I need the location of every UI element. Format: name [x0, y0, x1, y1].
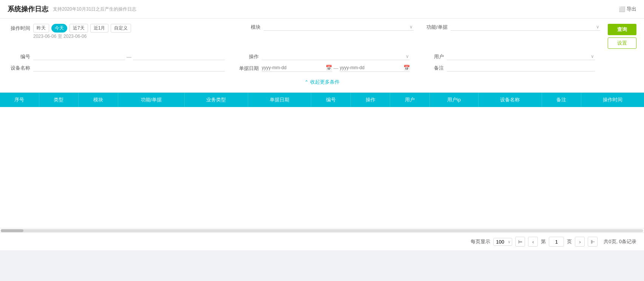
col-remarks: 备注 [542, 93, 581, 107]
table-header: 序号 类型 模块 功能/单据 业务类型 单据日期 编号 操作 用户 用户ip 设… [0, 93, 644, 107]
time-buttons-group: 昨天 今天 近7天 近1月 自定义 [33, 24, 131, 33]
page-label: 第 [541, 238, 546, 245]
horizontal-scrollbar[interactable] [0, 228, 644, 233]
operation-label: 操作 [236, 53, 259, 60]
user-select[interactable] [447, 53, 595, 59]
filter-item-number: 编号 — [8, 53, 225, 60]
col-device: 设备名称 [478, 93, 542, 107]
last-page-button[interactable]: ⊩ [588, 237, 598, 247]
prev-page-button[interactable]: ‹ [528, 237, 538, 247]
filter-item-module: 模块 ∨ [238, 24, 413, 31]
time-btn-today[interactable]: 今天 [51, 24, 67, 33]
filter-item-function: 功能/单据 ∨ [425, 24, 600, 31]
col-user: 用户 [390, 93, 429, 107]
per-page-select-wrap: 10 20 50 100 200 ∨ [493, 238, 512, 246]
page-header: 系统操作日志 支持2020年10月31日之后产生的操作日志 ⬜ 导出 [0, 0, 644, 19]
action-buttons: 查询 设置 [608, 24, 636, 49]
number-range-dash: — [127, 54, 131, 60]
col-op-time: 操作时间 [581, 93, 644, 107]
collapse-label: 收起更多条件 [310, 79, 340, 85]
function-select[interactable] [451, 24, 600, 29]
filter-item-remarks: 备注 [421, 65, 595, 71]
module-label: 模块 [238, 24, 261, 31]
filter-item-time: 操作时间 昨天 今天 近7天 近1月 自定义 2023-06-06 至 2023… [8, 24, 227, 40]
empty-area [0, 107, 644, 228]
per-page-select[interactable]: 10 20 50 100 200 [493, 238, 512, 246]
number-from-input[interactable] [33, 53, 125, 60]
filter-item-user: 用户 ∨ [421, 53, 595, 60]
per-page-label: 每页显示 [471, 238, 490, 245]
operation-select-wrap: ∨ [262, 53, 410, 60]
col-function: 功能/单据 [118, 93, 184, 107]
col-type: 类型 [39, 93, 78, 107]
col-module: 模块 [79, 93, 118, 107]
time-btn-7days[interactable]: 近7天 [69, 24, 88, 33]
time-btn-custom[interactable]: 自定义 [111, 24, 131, 33]
remarks-input[interactable] [447, 65, 595, 71]
query-button[interactable]: 查询 [608, 24, 636, 35]
voucher-date-from-input[interactable] [262, 65, 326, 70]
table-header-row: 序号 类型 模块 功能/单据 业务类型 单据日期 编号 操作 用户 用户ip 设… [0, 93, 644, 107]
voucher-date-range: 📅 — 📅 [262, 65, 410, 72]
total-records: 共0页, 0条记录 [604, 238, 636, 245]
date-to-calendar-icon[interactable]: 📅 [403, 65, 410, 71]
next-page-button[interactable]: › [575, 237, 585, 247]
page-unit: 页 [567, 238, 572, 245]
first-page-button[interactable]: ⊨ [515, 237, 525, 247]
table-section: 序号 类型 模块 功能/单据 业务类型 单据日期 编号 操作 用户 用户ip 设… [0, 93, 644, 228]
filter-row-2: 编号 — 操作 ∨ 用户 [8, 53, 636, 60]
filter-item-operation: 操作 ∨ [236, 53, 410, 60]
filter-row-1: 操作时间 昨天 今天 近7天 近1月 自定义 2023-06-06 至 2023… [8, 24, 636, 49]
voucher-date-to-input[interactable] [340, 65, 404, 70]
module-select[interactable] [264, 24, 413, 29]
page-number-input[interactable] [549, 237, 564, 247]
col-business-type: 业务类型 [185, 93, 248, 107]
collapse-button[interactable]: ⌃ 收起更多条件 [304, 79, 340, 85]
number-label: 编号 [8, 53, 30, 60]
col-index: 序号 [0, 93, 39, 107]
col-number: 编号 [311, 93, 351, 107]
device-input-wrap [33, 65, 225, 71]
remarks-label: 备注 [421, 65, 444, 71]
voucher-date-label: 单据日期 [236, 65, 259, 72]
number-range: — [33, 53, 225, 60]
export-label: 导出 [627, 6, 636, 12]
collapse-chevron-icon: ⌃ [304, 79, 309, 85]
pagination-bar: 每页显示 10 20 50 100 200 ∨ ⊨ ‹ 第 页 › ⊩ 共0页,… [0, 233, 644, 250]
time-range-text: 2023-06-06 至 2023-06-06 [33, 34, 86, 39]
data-table: 序号 类型 模块 功能/单据 业务类型 单据日期 编号 操作 用户 用户ip 设… [0, 93, 644, 107]
time-btn-yesterday[interactable]: 昨天 [33, 24, 49, 33]
filter-row-3: 设备名称 单据日期 📅 — 📅 [8, 65, 636, 72]
scrollbar-thumb[interactable] [1, 229, 23, 232]
time-label: 操作时间 [8, 25, 30, 32]
time-btn-1month[interactable]: 近1月 [90, 24, 109, 33]
number-to-input[interactable] [133, 53, 225, 60]
remarks-input-wrap [447, 65, 595, 71]
export-icon: ⬜ [619, 6, 625, 12]
filter-panel: 操作时间 昨天 今天 近7天 近1月 自定义 2023-06-06 至 2023… [0, 19, 644, 93]
col-operation: 操作 [351, 93, 390, 107]
function-select-wrap: ∨ [451, 24, 600, 31]
collapse-bar: ⌃ 收起更多条件 [8, 76, 636, 89]
function-label: 功能/单据 [425, 24, 448, 31]
date-range-dash: — [334, 65, 338, 71]
export-button[interactable]: ⬜ 导出 [619, 6, 636, 12]
device-input[interactable] [33, 65, 225, 71]
device-label: 设备名称 [8, 65, 30, 71]
module-select-wrap: ∨ [264, 24, 413, 31]
filter-item-device: 设备名称 [8, 65, 225, 71]
scrollbar-track[interactable] [1, 229, 643, 232]
user-select-wrap: ∨ [447, 53, 595, 60]
page-subtitle: 支持2020年10月31日之后产生的操作日志 [53, 6, 136, 12]
page-title: 系统操作日志 [8, 5, 48, 14]
date-from-calendar-icon[interactable]: 📅 [326, 65, 332, 71]
col-voucher-date: 单据日期 [248, 93, 311, 107]
header-left: 系统操作日志 支持2020年10月31日之后产生的操作日志 [8, 5, 136, 14]
settings-button[interactable]: 设置 [608, 37, 636, 49]
filter-item-voucher-date: 单据日期 📅 — 📅 [236, 65, 410, 72]
user-label: 用户 [421, 53, 444, 60]
col-user-ip: 用户ip [429, 93, 478, 107]
operation-select[interactable] [262, 53, 410, 59]
